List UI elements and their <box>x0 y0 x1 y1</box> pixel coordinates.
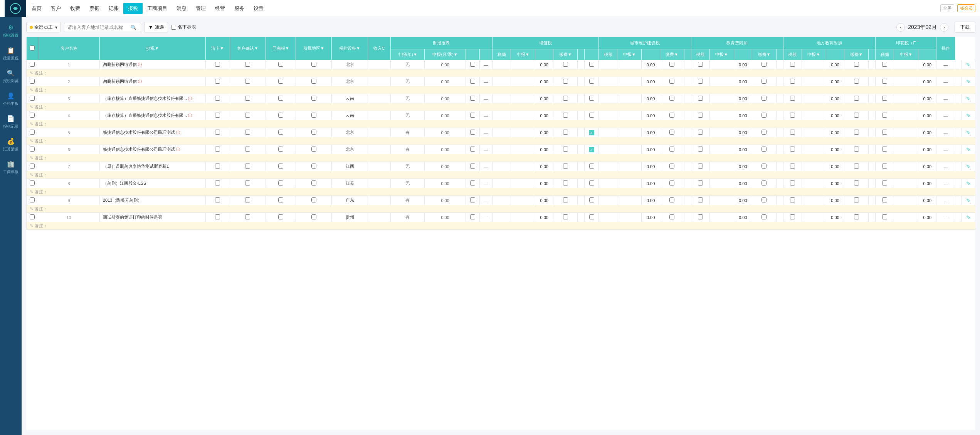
search-icon[interactable]: 🔍 <box>131 25 136 30</box>
cb-confirm[interactable] <box>278 130 283 135</box>
col-city-declare[interactable]: 申报▼ <box>617 49 642 60</box>
cb-confirm[interactable] <box>278 62 283 67</box>
topnav-item-收费[interactable]: 收费 <box>66 3 85 14</box>
topnav-item-报税[interactable]: 报税 <box>123 3 143 14</box>
cb-chaoshui[interactable] <box>215 214 220 219</box>
cb-qingka[interactable] <box>245 180 250 185</box>
edit-btn[interactable]: ✎ <box>966 164 971 170</box>
member-btn[interactable]: 畅会员 <box>957 4 975 12</box>
sidebar-item-browse[interactable]: 🔍 报税浏览 <box>1 66 20 87</box>
row-checkbox[interactable] <box>30 164 35 169</box>
cb-qingka[interactable] <box>245 62 250 67</box>
cb-paid[interactable] <box>311 130 316 135</box>
col-edu-pay[interactable]: 缴费▼ <box>752 49 776 60</box>
cb-qingka[interactable] <box>245 113 250 118</box>
col-zzs-declare[interactable]: 申报▼ <box>511 49 535 60</box>
cb-paid[interactable] <box>311 113 316 118</box>
topnav-item-票据[interactable]: 票据 <box>85 3 104 14</box>
cb-confirm[interactable] <box>278 197 283 202</box>
col-qingka[interactable]: 清卡▼ <box>205 37 230 60</box>
sidebar-item-gongshangnian[interactable]: 🏢 工商年报 <box>1 157 20 178</box>
row-checkbox[interactable] <box>30 96 35 101</box>
cb-paid[interactable] <box>311 79 316 84</box>
download-button[interactable]: 下载 <box>955 22 975 33</box>
col-edu-declare[interactable]: 申报▼ <box>709 49 734 60</box>
sidebar-item-jilu[interactable]: 📄 报税记录 <box>1 111 20 132</box>
cb-paid[interactable] <box>311 164 316 169</box>
cb-chaoshui[interactable] <box>215 96 220 101</box>
topnav-item-消息[interactable]: 消息 <box>172 3 191 14</box>
checkbox-input[interactable] <box>171 25 176 30</box>
cb-confirm[interactable] <box>278 164 283 169</box>
cb-qingka[interactable] <box>245 214 250 219</box>
col-city-pay[interactable]: 缴费▼ <box>660 49 684 60</box>
cb-paid[interactable] <box>311 197 316 202</box>
cb-confirm[interactable] <box>278 96 283 101</box>
cb-confirm[interactable] <box>278 147 283 152</box>
row-checkbox[interactable] <box>30 214 35 219</box>
cb-chaoshui[interactable] <box>215 164 220 169</box>
search-input[interactable] <box>67 25 129 30</box>
topnav-item-管理[interactable]: 管理 <box>191 3 210 14</box>
topnav-item-经营[interactable]: 经营 <box>210 3 230 14</box>
cb-qingka[interactable] <box>245 79 250 84</box>
col-caiwu-year[interactable]: 申报(年)▼ <box>390 49 424 60</box>
row-checkbox[interactable] <box>30 62 35 67</box>
edit-btn[interactable]: ✎ <box>966 214 971 221</box>
sidebar-item-piliang[interactable]: 📋 批量报税 <box>1 43 20 64</box>
cb-paid[interactable] <box>311 214 316 219</box>
edit-btn[interactable]: ✎ <box>966 197 971 204</box>
cb-chaoshui[interactable] <box>215 180 220 185</box>
cb-qingka[interactable] <box>245 164 250 169</box>
main-table-container[interactable]: 客户名称 抄税▼ 清卡▼ 客户确认▼ 已完税▼ 所属地区▼ 税控设备▼ 收入C … <box>26 37 975 430</box>
fullscreen-btn[interactable]: 全屏 <box>940 4 954 12</box>
col-device[interactable]: 税控设备▼ <box>332 37 368 60</box>
cb-paid[interactable] <box>311 147 316 152</box>
row-checkbox[interactable] <box>30 113 35 118</box>
cb-confirm[interactable] <box>278 180 283 185</box>
row-checkbox[interactable] <box>30 180 35 185</box>
col-chaoshui[interactable]: 抄税▼ <box>100 37 206 60</box>
prev-date-btn[interactable]: ‹ <box>896 23 905 32</box>
topnav-item-首页[interactable]: 首页 <box>27 3 46 14</box>
topnav-item-工商项目[interactable]: 工商项目 <box>143 3 172 14</box>
cb-qingka[interactable] <box>245 96 250 101</box>
edit-btn[interactable]: ✎ <box>966 62 971 68</box>
col-tax-paid[interactable]: 已完税▼ <box>266 37 296 60</box>
cb-chaoshui[interactable] <box>215 147 220 152</box>
sidebar-item-huisuan[interactable]: 💰 汇算清缴 <box>1 134 20 155</box>
topnav-item-服务[interactable]: 服务 <box>230 3 249 14</box>
topnav-item-设置[interactable]: 设置 <box>249 3 268 14</box>
employee-filter-select[interactable]: 全部员工 ▾ <box>26 22 61 32</box>
cb-chaoshui[interactable] <box>215 197 220 202</box>
cb-chaoshui[interactable] <box>215 130 220 135</box>
checkbox-label[interactable]: 名下标表 <box>171 24 196 30</box>
col-caiwu-month[interactable]: 申报(月/季)▼ <box>424 49 466 60</box>
cb-chaoshui[interactable] <box>215 113 220 118</box>
next-date-btn[interactable]: › <box>940 23 948 32</box>
edit-btn[interactable]: ✎ <box>966 147 971 153</box>
topnav-item-记账[interactable]: 记账 <box>104 3 123 14</box>
topnav-item-客户[interactable]: 客户 <box>46 3 66 14</box>
row-checkbox[interactable] <box>30 147 35 152</box>
row-checkbox[interactable] <box>30 130 35 135</box>
cb-paid[interactable] <box>311 62 316 67</box>
col-region[interactable]: 所属地区▼ <box>296 37 332 60</box>
cb-chaoshui[interactable] <box>215 79 220 84</box>
cb-paid[interactable] <box>311 96 316 101</box>
cb-qingka[interactable] <box>245 197 250 202</box>
filter-button[interactable]: ▼ 筛选 <box>144 22 168 32</box>
col-checkbox[interactable] <box>27 37 38 60</box>
col-local-pay[interactable]: 缴费▼ <box>844 49 869 60</box>
sidebar-item-geshui[interactable]: 👤 个税申报 <box>1 88 20 110</box>
col-income[interactable]: 收入C <box>368 37 390 60</box>
col-zzs-pay[interactable]: 缴费▼ <box>553 49 578 60</box>
edit-btn[interactable]: ✎ <box>966 96 971 102</box>
edit-btn[interactable]: ✎ <box>966 130 971 136</box>
edit-btn[interactable]: ✎ <box>966 113 971 119</box>
col-stamp-declare[interactable]: 申报▼ <box>894 49 918 60</box>
cb-chaoshui[interactable] <box>215 62 220 67</box>
sidebar-item-baoshuishezhi[interactable]: ⚙ 报税设置 <box>1 20 20 41</box>
col-local-declare[interactable]: 申报▼ <box>802 49 826 60</box>
row-checkbox[interactable] <box>30 79 35 84</box>
